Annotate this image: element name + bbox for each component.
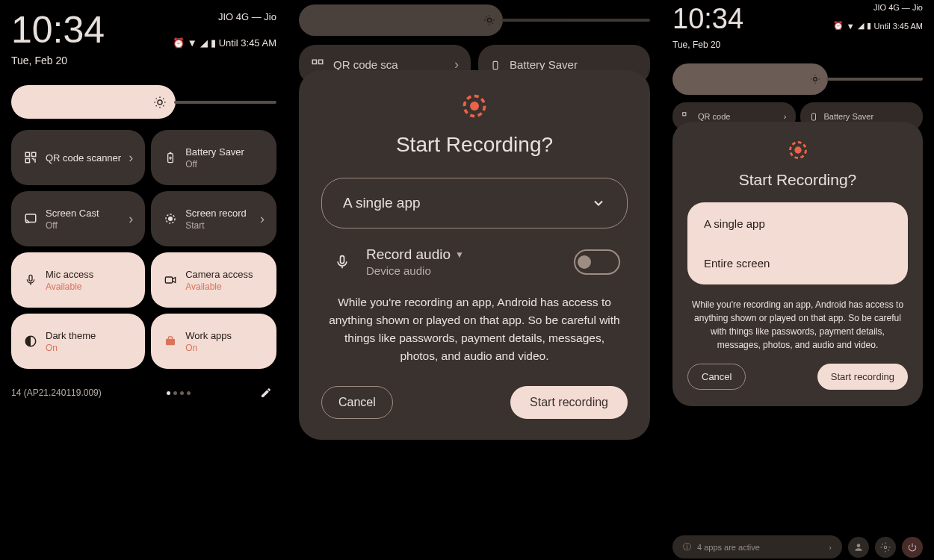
brightness-slider[interactable]: [672, 63, 923, 95]
svg-rect-13: [312, 60, 316, 63]
record-audio-toggle[interactable]: [574, 249, 620, 275]
svg-point-24: [857, 544, 861, 547]
tile-title: Dark theme: [46, 330, 133, 341]
record-dialog-panel: QR code sca › Battery Saver Start Record…: [288, 0, 661, 560]
svg-point-19: [813, 78, 817, 81]
user-button[interactable]: [848, 537, 869, 558]
start-recording-dialog: Start Recording? A single app Record aud…: [299, 70, 650, 440]
svg-point-25: [884, 546, 887, 549]
brightness-slider-bg: [299, 4, 650, 36]
svg-rect-14: [319, 60, 323, 63]
cast-icon: [23, 211, 38, 226]
quick-settings-panel: 10:34 Tue, Feb 20 JIO 4G — Jio ⏰ ▼ ◢ ▮ U…: [0, 0, 288, 560]
qr-icon: [23, 150, 38, 165]
chevron-right-icon: ›: [784, 112, 787, 121]
brightness-slider[interactable]: [11, 85, 276, 119]
settings-button[interactable]: [875, 537, 896, 558]
build-label: 14 (AP21.240119.009): [11, 388, 102, 398]
svg-rect-11: [166, 339, 175, 346]
tile-title: Work apps: [185, 330, 265, 341]
option-entire-screen[interactable]: Entire screen: [687, 243, 908, 283]
active-apps-label: 4 apps are active: [697, 543, 760, 552]
alarm-icon: ⏰: [833, 21, 844, 31]
power-button[interactable]: [902, 537, 923, 558]
tile-battery-saver[interactable]: Battery Saver Off: [151, 130, 276, 185]
until-label: Until 3:45 AM: [874, 22, 923, 31]
svg-point-12: [487, 18, 491, 22]
svg-rect-8: [29, 275, 32, 281]
record-dialog-icon: [461, 93, 488, 119]
chevron-right-icon: ›: [129, 150, 133, 166]
tile-sub: On: [46, 343, 133, 353]
battery-saver-icon: [163, 150, 178, 165]
qr-icon: [681, 111, 692, 122]
carrier-label: JIO 4G — Jio: [173, 11, 276, 22]
cancel-button[interactable]: Cancel: [687, 364, 746, 390]
brightness-icon: [483, 14, 495, 26]
clock: 10:34: [11, 11, 105, 49]
edit-button[interactable]: [256, 382, 276, 403]
chevron-right-icon: ›: [129, 211, 133, 227]
svg-point-7: [169, 217, 173, 221]
date: Tue, Feb 20: [11, 55, 105, 66]
chevron-down-icon: [591, 196, 606, 211]
start-recording-button[interactable]: Start recording: [817, 364, 908, 390]
brightness-icon: [810, 74, 820, 84]
battery-icon: ▮: [211, 37, 216, 49]
qr-icon: [311, 58, 324, 72]
svg-rect-18: [341, 255, 344, 263]
until-label: Until 3:45 AM: [219, 37, 276, 49]
svg-point-23: [794, 146, 801, 153]
chevron-right-icon: ›: [260, 211, 265, 227]
tile-sub: Available: [185, 281, 265, 292]
active-apps-pill[interactable]: ⓘ 4 apps are active ›: [672, 535, 842, 559]
audio-sub: Device audio: [366, 264, 563, 277]
signal-icon: ◢: [858, 21, 864, 31]
cancel-button[interactable]: Cancel: [321, 386, 393, 419]
tile-sub: On: [185, 343, 265, 353]
warning-text: While you're recording an app, Android h…: [687, 298, 908, 352]
tile-title: Screen Cast: [46, 208, 121, 219]
tile-grid: QR code scanner › Battery Saver Off Scre…: [11, 130, 276, 369]
tile-dark-theme[interactable]: Dark theme On: [11, 314, 145, 369]
carrier-label: JIO 4G — Jio: [833, 3, 923, 12]
svg-rect-3: [25, 159, 29, 163]
battery-icon: ▮: [867, 21, 871, 31]
tile-title: Mic access: [46, 269, 133, 280]
tile-title: Battery Saver: [185, 146, 265, 158]
record-dialog-icon: [788, 140, 808, 161]
record-audio-row: Record audio ▼ Device audio: [321, 246, 628, 277]
tile-sub: Off: [185, 159, 265, 169]
dropdown-caret-icon[interactable]: ▼: [455, 249, 464, 260]
brightness-icon: [153, 96, 167, 109]
tile-title: Camera access: [185, 269, 265, 280]
status-icons: ⏰ ▼ ◢ ▮ Until 3:45 AM: [173, 37, 276, 49]
tile-work-apps[interactable]: Work apps On: [151, 314, 276, 369]
qs-footer: 14 (AP21.240119.009): [11, 382, 276, 403]
tile-screen-cast[interactable]: Screen Cast Off ›: [11, 191, 145, 246]
tile-title: QR code scanner: [46, 152, 121, 164]
svg-rect-20: [683, 113, 686, 116]
battery-saver-icon: [490, 58, 501, 72]
tile-camera-access[interactable]: Camera access Available: [151, 252, 276, 308]
warning-text: While you're recording an app, Android h…: [321, 293, 628, 365]
qs-footer: ⓘ 4 apps are active ›: [672, 535, 923, 559]
tile-mic-access[interactable]: Mic access Available: [11, 252, 145, 308]
mic-icon: [329, 249, 356, 276]
record-dialog-panel-options: 10:34 Tue, Feb 20 JIO 4G — Jio ⏰ ▼ ◢ ▮ U…: [661, 0, 934, 560]
option-single-app[interactable]: A single app: [687, 204, 908, 243]
clock: 10:34: [672, 3, 743, 35]
start-recording-dialog: Start Recording? A single app Entire scr…: [672, 122, 923, 406]
date: Tue, Feb 20: [672, 40, 743, 50]
tile-qr-scanner[interactable]: QR code scanner ›: [11, 130, 145, 185]
start-recording-button[interactable]: Start recording: [510, 386, 628, 419]
tile-sub: Start: [185, 220, 253, 231]
tile-sub: Off: [46, 220, 121, 231]
svg-point-17: [470, 102, 479, 111]
chevron-right-icon: ›: [829, 543, 832, 552]
page-dots[interactable]: [167, 391, 191, 395]
record-scope-select[interactable]: A single app: [321, 178, 628, 228]
tile-screen-record[interactable]: Screen record Start ›: [151, 191, 276, 246]
dark-theme-icon: [23, 334, 38, 349]
scope-options: A single app Entire screen: [687, 202, 908, 284]
